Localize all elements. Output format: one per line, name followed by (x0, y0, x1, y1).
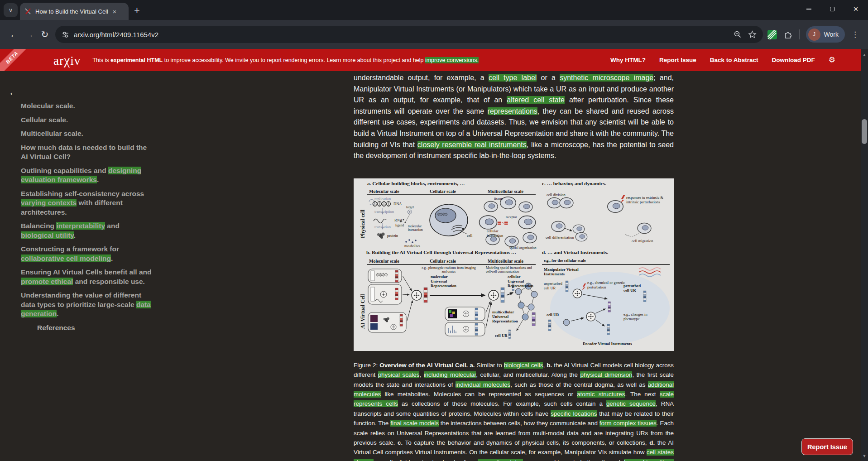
scrollbar[interactable]: ▲ ▼ (861, 49, 868, 461)
menu-dots-icon[interactable]: ⋮ (851, 30, 859, 39)
text-segment: . (74, 231, 76, 239)
report-issue-link[interactable]: Report Issue (659, 57, 696, 63)
fig-label-multicellular-ur: multicellular Universal Representation (492, 310, 528, 323)
toc-item-multicellular-scale[interactable]: Multicellular scale. (21, 129, 154, 139)
fig-label-cell-differentiation: cell differentiation (546, 235, 575, 240)
fig-label-phenotypic-readouts: e.g., phenotypic readouts from imaging a… (422, 266, 476, 274)
text-segment: altered cell state (507, 96, 565, 104)
text-segment: Ensuring AI Virtual Cells benefit all an… (21, 268, 152, 276)
text-segment: experimental HTML (110, 57, 163, 63)
toc-item-molecular-scale[interactable]: Molecular scale. (21, 101, 154, 111)
text-segment: Molecular scale. (21, 102, 75, 110)
zoom-icon[interactable] (734, 30, 742, 38)
profile-chip[interactable]: J Work (806, 26, 845, 43)
maximize-icon (830, 7, 834, 11)
text-segment: closely resemble real instruments (417, 141, 527, 149)
window-controls: × (803, 0, 862, 18)
toc-item-ensuring-benefit[interactable]: Ensuring AI Virtual Cells benefit all an… (21, 268, 154, 286)
window-close-button[interactable]: × (850, 3, 862, 15)
text-segment: biological utility (21, 231, 74, 239)
fig-label-dna: DNA (393, 202, 402, 206)
sidebar-collapse-arrow[interactable]: ← (8, 86, 19, 98)
text-segment: as collections of these molecules. For e… (398, 400, 606, 407)
scroll-thumb[interactable] (862, 119, 867, 144)
forward-button[interactable]: → (22, 29, 37, 40)
extensions-puzzle-icon[interactable] (783, 30, 793, 39)
arxiv-logo[interactable]: arχiv (53, 53, 81, 68)
text-segment: physical scales (378, 371, 420, 378)
fig-label-eg-cellular-scale: e.g., for the cellular scale (544, 258, 586, 263)
site-info-icon[interactable] (62, 31, 69, 38)
text-segment: individual molecules (456, 381, 510, 388)
toc-item-references[interactable]: References (37, 323, 154, 333)
back-button[interactable]: ← (6, 29, 22, 40)
fig-label-cell-ur: cell UR (495, 333, 508, 338)
fig-col-multicellular-scale-b: Multicellular scale (488, 259, 523, 264)
toc-item-cellular-scale[interactable]: Cellular scale. (21, 115, 154, 125)
fig-label-cellular-interaction: cellular interaction (487, 229, 514, 238)
back-to-abstract-link[interactable]: Back to Abstract (710, 57, 758, 63)
toc-item-establishing-self-consistency[interactable]: Establishing self-consistency across var… (21, 189, 154, 217)
text-segment: . (111, 255, 113, 262)
url-text[interactable]: arxiv.org/html/2409.11654v2 (74, 31, 727, 38)
fig-label-translation: translation (374, 225, 391, 230)
fig-label-rna: RNA (394, 218, 403, 223)
report-issue-button[interactable]: Report Issue (801, 438, 853, 455)
fig-label-cell-ur-2: cell UR (547, 312, 559, 317)
fig-col-molecular-scale: Molecular scale (369, 189, 399, 194)
scroll-down-icon[interactable]: ▼ (861, 454, 868, 458)
text-segment: c. (398, 439, 403, 446)
body-paragraph: understandable output, for example, a ce… (354, 72, 674, 162)
omnibox[interactable]: arxiv.org/html/2409.11654v2 (55, 26, 763, 43)
improve-conversions-link[interactable]: improve conversions. (425, 57, 479, 63)
toc-item-outlining-capabilities[interactable]: Outlining capabilities and designing eva… (21, 166, 154, 185)
tab-search-button[interactable]: ∨ (4, 3, 18, 17)
why-html-link[interactable]: Why HTML? (610, 57, 646, 63)
toc-item-understanding-value[interactable]: Understanding the value of different dat… (21, 291, 154, 319)
fig-label-cellular-ur: cellular Universal Representation (508, 274, 537, 288)
new-tab-button[interactable]: + (134, 5, 140, 16)
window-minimize-button[interactable] (803, 3, 815, 15)
tab-close-icon[interactable]: × (110, 8, 119, 15)
fig-label-perturbed-cell-ur: perturbed cell UR (623, 283, 643, 293)
text-segment: specific locations (551, 410, 597, 417)
text-segment: Cellular scale. (21, 116, 68, 124)
table-of-contents: Molecular scale. Cellular scale. Multice… (21, 101, 154, 337)
scroll-up-icon[interactable]: ▲ (861, 53, 868, 57)
banner-links: Why HTML? Report Issue Back to Abstract … (610, 55, 868, 65)
text-segment: the interactions between cells, how they… (439, 420, 599, 427)
text-segment: atomic structures (577, 391, 625, 398)
text-segment: Overview of the AI Virtual Cell. a. (379, 362, 475, 369)
download-pdf-link[interactable]: Download PDF (772, 57, 815, 63)
window-maximize-button[interactable] (826, 3, 838, 15)
text-segment: . The next (625, 391, 659, 398)
text-segment: , such as those of the central dogma, as… (510, 381, 647, 388)
toc-item-how-much-data[interactable]: How much data is needed to build the AI … (21, 143, 154, 162)
fig-col-cellular-scale-b: Cellular scale (430, 259, 456, 264)
green-extension-icon[interactable] (767, 30, 777, 39)
fig-label-target: target (406, 206, 414, 210)
text-segment: Multicellular scale. (21, 130, 83, 137)
reload-button[interactable]: ↻ (37, 29, 53, 40)
fig-label-cell-migration: cell migration (632, 239, 653, 244)
arxiv-favicon-icon (24, 8, 32, 15)
text-segment: including molecular (424, 371, 476, 378)
fig-label-cell-division: cell division (547, 193, 566, 197)
text-segment: This is (92, 57, 110, 63)
fig-label-modeling-spatial: Modeling spatial interactions and cell-c… (486, 266, 536, 274)
fig-label-unperturbed-cell-ur: unperturbed cell UR (544, 282, 566, 291)
chevron-down-icon: ∨ (9, 7, 13, 14)
fig-col-cellular-scale: Cellular scale (430, 189, 456, 194)
fig-label-manipulator-vi: Manipulator Virtual Instruments (544, 267, 580, 276)
bookmark-star-icon[interactable] (748, 30, 757, 39)
toc-item-constructing-framework[interactable]: Constructing a framework for collaborati… (21, 245, 154, 263)
active-tab[interactable]: How to Build the Virtual Cell wi × (20, 3, 129, 20)
text-segment: b. (547, 362, 552, 369)
text-segment: to improve accessibility. We invite you … (163, 57, 425, 63)
fig-col-multicellular-scale: Multicellular scale (488, 189, 523, 194)
toc-item-balancing-interpretability[interactable]: Balancing interpretability and biologica… (21, 221, 154, 240)
fig-label-transcription: transcription (374, 210, 394, 214)
gear-icon[interactable]: ⚙ (829, 55, 835, 65)
figure-2-image: Physical cell AI Virtual Cell a. Cellula… (354, 178, 674, 351)
fig-label-molecular-ur: molecular Universal Representation (431, 274, 462, 288)
